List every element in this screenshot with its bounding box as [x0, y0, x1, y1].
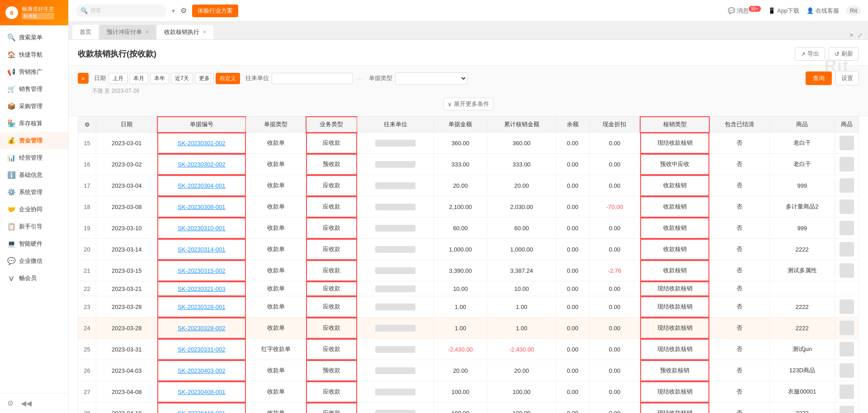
th-include-cleared[interactable]: 包含已结清	[709, 117, 769, 133]
gear-icon[interactable]: ⚙	[180, 6, 187, 15]
voucher-link[interactable]: SK-20230308-001	[178, 204, 226, 210]
cell-voucher-no[interactable]: SK-20230302-002	[157, 154, 246, 175]
sidebar-item-guide[interactable]: 🏠快捷导航	[0, 46, 68, 63]
tab-expand-icon[interactable]: ⤢	[857, 32, 863, 39]
online-service-button[interactable]: 👤 在线客服	[807, 7, 839, 15]
sidebar-item-wechat[interactable]: 💬企业微信	[0, 252, 68, 270]
expand-more-btn[interactable]: ∨ 展开更多条件	[443, 98, 493, 110]
sidebar-item-finance[interactable]: 💰资金管理	[0, 132, 68, 149]
sidebar-item-operations[interactable]: 📊经营管理	[0, 149, 68, 166]
table-row[interactable]: 19 2023-03-10 SK-20230310-001 收款单 应收款 60…	[78, 218, 859, 239]
user-avatar[interactable]: Rit	[846, 5, 861, 16]
tab-payables[interactable]: 预计冲应付单 ×	[99, 25, 156, 39]
sidebar-item-marketing[interactable]: 📢营销推广	[0, 63, 68, 81]
th-settings[interactable]: ⚙	[78, 117, 96, 133]
sidebar-item-search[interactable]: 🔍搜索菜单	[0, 29, 68, 46]
export-button[interactable]: ↗ 导出	[795, 47, 825, 61]
th-voucher-type[interactable]: 单据类型	[246, 117, 306, 133]
cell-voucher-no[interactable]: SK-20230331-002	[157, 339, 246, 360]
sidebar-item-purchase[interactable]: 📦采购管理	[0, 98, 68, 115]
voucher-link[interactable]: SK-20230304-001	[178, 182, 226, 189]
table-row[interactable]: 21 2023-03-15 SK-20230315-002 收款单 应收款 3,…	[78, 260, 859, 281]
th-verify-type[interactable]: 核销类型	[640, 117, 709, 133]
date-btn-custom[interactable]: 自定义	[216, 73, 240, 84]
date-btn-this-year[interactable]: 本年	[150, 73, 169, 84]
sidebar-item-newbie[interactable]: 📋新手引导	[0, 218, 68, 235]
cell-voucher-no[interactable]: SK-20230408-001	[157, 381, 246, 403]
cell-voucher-no[interactable]: SK-20230310-001	[157, 218, 246, 239]
sidebar-item-system[interactable]: ⚙️系统管理	[0, 184, 68, 201]
tab-payables-close[interactable]: ×	[146, 29, 149, 35]
table-row[interactable]: 28 2023-04-18 SK-20230418-001 收款单 应收款 10…	[78, 403, 859, 413]
th-product2[interactable]: 商品	[835, 117, 859, 133]
table-row[interactable]: 23 2023-03-28 SK-20230328-001 收款单 应收款 1.…	[78, 296, 859, 318]
date-btn-7days[interactable]: 近7天	[171, 73, 193, 84]
sidebar-item-sales[interactable]: 🛒销售管理	[0, 81, 68, 98]
voucher-link[interactable]: SK-20230301-002	[178, 140, 226, 147]
voucher-link[interactable]: SK-20230403-002	[178, 367, 226, 374]
th-amount[interactable]: 单据金额	[434, 117, 487, 133]
date-btn-this-month[interactable]: 本月	[129, 73, 148, 84]
voucher-link[interactable]: SK-20230408-001	[178, 389, 226, 395]
filter-collapse-button[interactable]: »	[78, 73, 89, 84]
app-download-button[interactable]: 📱 App下载	[768, 7, 799, 15]
voucher-link[interactable]: SK-20230315-002	[178, 267, 226, 274]
th-partner[interactable]: 往来单位	[357, 117, 434, 133]
collapse-icon[interactable]: ◀◀	[21, 399, 32, 408]
query-button[interactable]: 查询	[806, 71, 832, 85]
table-row[interactable]: 22 2023-03-21 SK-20230321-003 收款单 应收款 10…	[78, 281, 859, 296]
cell-voucher-no[interactable]: SK-20230308-001	[157, 196, 246, 218]
tab-receipt[interactable]: 收款核销执行 ×	[157, 25, 213, 39]
table-row[interactable]: 20 2023-03-14 SK-20230314-001 收款单 应收款 1,…	[78, 239, 859, 260]
dropdown-arrow[interactable]: ▾	[172, 7, 175, 14]
sidebar-item-member[interactable]: V畅会员	[0, 270, 68, 287]
voucher-link[interactable]: SK-20230328-001	[178, 304, 226, 310]
tab-home[interactable]: 首页	[72, 25, 99, 39]
voucher-type-select[interactable]	[395, 72, 467, 85]
table-row[interactable]: 17 2023-03-04 SK-20230304-001 收款单 应收款 20…	[78, 175, 859, 196]
th-biz-type[interactable]: 业务类型	[306, 117, 357, 133]
cell-voucher-no[interactable]: SK-20230403-002	[157, 360, 246, 381]
th-date[interactable]: 日期	[96, 117, 157, 133]
sidebar-item-enterprise[interactable]: 🤝企业协同	[0, 201, 68, 218]
cell-voucher-no[interactable]: SK-20230328-002	[157, 318, 246, 339]
cell-voucher-no[interactable]: SK-20230321-003	[157, 281, 246, 296]
voucher-link[interactable]: SK-20230418-001	[178, 410, 226, 413]
sidebar-item-inventory[interactable]: 🏪库存核算	[0, 115, 68, 132]
table-row[interactable]: 16 2023-03-02 SK-20230302-002 收款单 预收款 33…	[78, 154, 859, 175]
date-btn-more[interactable]: 更多	[195, 73, 214, 84]
th-discount[interactable]: 现金折扣	[589, 117, 640, 133]
setting-button[interactable]: 设置	[835, 71, 859, 85]
th-product1[interactable]: 商品	[769, 117, 835, 133]
table-row[interactable]: 26 2023-04-03 SK-20230403-002 收款单 预收款 20…	[78, 360, 859, 381]
cell-voucher-no[interactable]: SK-20230328-001	[157, 296, 246, 318]
th-voucher-no[interactable]: 单据编号	[157, 117, 246, 133]
tab-receipt-close[interactable]: ×	[203, 29, 206, 35]
table-row[interactable]: 25 2023-03-31 SK-20230331-002 红字收款单 应收款 …	[78, 339, 859, 360]
sidebar-item-hardware[interactable]: 💻智能硬件	[0, 235, 68, 252]
voucher-link[interactable]: SK-20230302-002	[178, 161, 226, 168]
settings-icon[interactable]: ⚙	[7, 399, 14, 408]
refresh-button[interactable]: ↺ 刷新	[829, 47, 859, 61]
cell-voucher-no[interactable]: SK-20230301-002	[157, 133, 246, 154]
table-row[interactable]: 15 2023-03-01 SK-20230301-002 收款单 应收款 36…	[78, 133, 859, 154]
voucher-link[interactable]: SK-20230321-003	[178, 285, 226, 292]
cell-voucher-no[interactable]: SK-20230418-001	[157, 403, 246, 413]
voucher-link[interactable]: SK-20230328-002	[178, 325, 226, 332]
tab-close-all-icon[interactable]: ×	[849, 31, 854, 39]
date-btn-last-month[interactable]: 上月	[108, 73, 127, 84]
cell-voucher-no[interactable]: SK-20230304-001	[157, 175, 246, 196]
messages-button[interactable]: 💬 消息 99+	[728, 7, 761, 15]
th-accumulated[interactable]: 累计核销金额	[487, 117, 556, 133]
cell-voucher-no[interactable]: SK-20230315-002	[157, 260, 246, 281]
voucher-link[interactable]: SK-20230314-001	[178, 246, 226, 253]
voucher-link[interactable]: SK-20230310-001	[178, 225, 226, 232]
table-row[interactable]: 18 2023-03-08 SK-20230308-001 收款单 应收款 2,…	[78, 196, 859, 218]
table-row[interactable]: 27 2023-04-08 SK-20230408-001 收款单 应收款 10…	[78, 381, 859, 403]
cell-voucher-no[interactable]: SK-20230314-001	[157, 239, 246, 260]
th-balance[interactable]: 余额	[556, 117, 589, 133]
partner-input[interactable]	[272, 73, 353, 84]
sidebar-item-basic[interactable]: ℹ️基础信息	[0, 166, 68, 184]
table-row[interactable]: 24 2023-03-28 SK-20230328-002 收款单 应收款 1.…	[78, 318, 859, 339]
voucher-link[interactable]: SK-20230331-002	[178, 346, 226, 353]
